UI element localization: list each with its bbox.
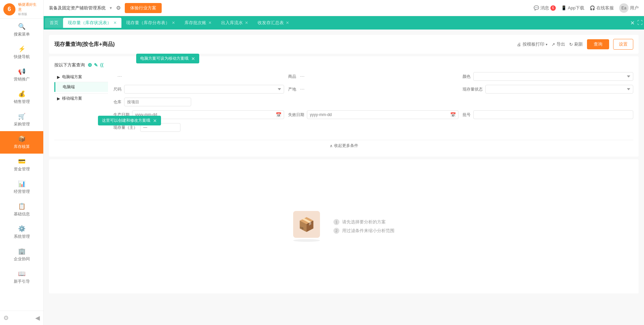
empty-image: 📦 [293, 211, 320, 242]
filter-stock-main-field: 现存量（主） [113, 123, 633, 132]
tab-expand-btn[interactable]: ⛶ [637, 20, 643, 26]
online-support-action[interactable]: 🎧 在线客服 [590, 5, 614, 11]
filter-warehouse-dots[interactable]: ··· [117, 73, 122, 79]
message-label: 消息 [540, 5, 549, 11]
tip-num-2: 2 [333, 228, 339, 234]
scheme-mobile-expand-icon: ▶ [57, 96, 60, 101]
sidebar-item-finance[interactable]: 💳 资金管理 [0, 154, 43, 176]
filter-title: 按以下方案查询 [54, 62, 85, 68]
filter-area: 按以下方案查询 ⊕ ✎ ⟨⟨ 电脑方案可设为移动方案哦 ✕ ▶ [49, 56, 639, 157]
filter-batch-input[interactable] [473, 110, 633, 119]
nav-label-guide: 新手引导 [14, 279, 30, 284]
prev-scheme-icon[interactable]: ⟨⟨ [100, 62, 103, 68]
export-btn[interactable]: ↗ 导出 [551, 41, 565, 47]
tab-recv-summary[interactable]: 收发存汇总表 ✕ [253, 18, 294, 28]
nav-label-system: 系统管理 [14, 234, 30, 239]
filter-row-2: 尺码 产地 ··· 现存量状态 [113, 85, 633, 94]
tab-close-all-btn[interactable]: ✕ [630, 20, 635, 26]
query-btn[interactable]: 查询 [587, 39, 609, 49]
tooltip2-close[interactable]: ✕ [153, 118, 157, 123]
filter-expire-date-label: 失效日期 [288, 112, 304, 118]
sidebar-item-system[interactable]: ⚙️ 系统管理 [0, 221, 43, 243]
refresh-btn[interactable]: ↻ 刷新 [569, 41, 583, 47]
scheme-mobile[interactable]: ▶ 移动端方案 [54, 93, 108, 103]
header-left: 装备及固定资产辅助管理系统 ▾ ⚙ 体验行业方案 [49, 3, 162, 13]
app-logo: 6 畅捷通好生意 标准版 [0, 0, 43, 19]
filter-stock-main-label: 现存量（主） [113, 125, 138, 130]
sidebar-item-sales[interactable]: 💰 销售管理 [0, 86, 43, 109]
tab-batch-ledger-label: 库存批次账 [184, 20, 206, 26]
expire-date-calendar-icon[interactable]: 📅 [450, 112, 456, 117]
app-download-action[interactable]: 📱 App下载 [561, 5, 584, 11]
filter-stock-status-select[interactable] [485, 85, 633, 94]
filter-size-label: 尺码 [113, 87, 121, 92]
tab-batch-ledger[interactable]: 库存批次账 ✕ [180, 18, 216, 28]
filter-actions: ⊕ ✎ ⟨⟨ [88, 62, 103, 68]
setup-btn[interactable]: 设置 [613, 39, 633, 50]
app-badge: 标准版 [18, 12, 40, 16]
filter-goods-label: 商品 [288, 74, 296, 79]
nav-icon-basic: 📋 [18, 203, 25, 210]
filter-origin-label: 产地 [288, 87, 296, 92]
sidebar-item-basic[interactable]: 📋 基础信息 [0, 199, 43, 221]
tab-close-inventory-dist[interactable]: ✕ [172, 20, 175, 25]
scheme-desktop-child[interactable]: 电脑端 [54, 82, 108, 92]
collapse-btn[interactable]: ∧ 收起更多条件 [54, 140, 633, 151]
tooltip1-close[interactable]: ✕ [191, 56, 195, 61]
filter-fields: ··· 商品 ··· 颜色 [113, 72, 633, 136]
filter-color-select[interactable] [473, 72, 633, 81]
filter-stock-status-label: 现存量状态 [463, 87, 483, 92]
produce-date-calendar-icon[interactable]: 📅 [276, 112, 281, 117]
system-dropdown-icon[interactable]: ▾ [110, 5, 112, 10]
filter-size-select[interactable] [124, 85, 284, 94]
sidebar-item-inventory[interactable]: 📦 库存核算 [0, 131, 43, 154]
sidebar-item-marketing[interactable]: 📢 营销推广 [0, 64, 43, 86]
title-actions: 🖨 按模板打印 ▾ ↗ 导出 ↻ 刷新 查询 设置 [517, 39, 633, 50]
tab-inventory-status[interactable]: 现存量（库存状况表） ✕ [63, 18, 121, 28]
industry-btn[interactable]: 体验行业方案 [125, 3, 162, 13]
filter-expire-date-input[interactable] [307, 110, 459, 119]
nav-icon-purchase: 🛒 [18, 113, 25, 120]
tab-inventory-dist-label: 现存量（库存分布表） [126, 20, 170, 26]
header-settings-icon[interactable]: ⚙ [116, 5, 121, 11]
filter-warehouse-project-input[interactable] [124, 98, 191, 106]
collapse-sidebar-icon[interactable]: ◀ [35, 314, 40, 322]
sidebar-item-operation[interactable]: 📊 经营管理 [0, 176, 43, 199]
filter-row-1: ··· 商品 ··· 颜色 [113, 72, 633, 81]
message-action[interactable]: 💬 消息 6 [534, 5, 556, 11]
scheme-desktop[interactable]: ▶ 电脑端方案 [54, 72, 108, 82]
tab-close-batch-ledger[interactable]: ✕ [208, 20, 212, 25]
collapse-up-icon: ∧ [330, 144, 333, 148]
print-icon: 🖨 [517, 42, 521, 47]
system-name: 装备及固定资产辅助管理系统 [49, 5, 106, 11]
user-action[interactable]: Ea 用户 [619, 3, 639, 13]
print-btn[interactable]: 🖨 按模板打印 ▾ [517, 41, 547, 47]
settings-bottom-icon[interactable]: ⚙ [3, 314, 9, 322]
scheme-panel-area: ▶ 电脑端方案 电脑端 ▶ 移动端方案 这里可以创建和修改方案哦 ✕ [54, 72, 633, 136]
filter-color-field: 颜色 [463, 72, 633, 81]
sidebar-item-quick-nav[interactable]: ⚡ 快捷导航 [0, 41, 43, 64]
tab-close-in-out-flow[interactable]: ✕ [245, 20, 248, 25]
tab-in-out-flow[interactable]: 出入库流水 ✕ [216, 18, 253, 28]
sidebar-item-purchase[interactable]: 🛒 采购管理 [0, 109, 43, 131]
add-scheme-icon[interactable]: ⊕ [88, 62, 92, 68]
sidebar-item-guide[interactable]: 📖 新手引导 [0, 266, 43, 288]
scheme-expand-icon: ▶ [57, 75, 60, 79]
sidebar-item-search[interactable]: 🔍 搜索菜单 [0, 19, 43, 41]
filter-origin-dots[interactable]: ··· [300, 86, 305, 92]
refresh-label: 刷新 [574, 41, 583, 47]
filter-goods-dots[interactable]: ··· [300, 73, 305, 79]
filter-warehouse-project-field: 仓库 [113, 98, 633, 106]
tab-close-recv-summary[interactable]: ✕ [286, 20, 289, 25]
headset-icon: 🎧 [590, 5, 595, 10]
filter-row-4: 生产日期 📅 失效日期 📅 [113, 110, 633, 119]
empty-box-icon: 📦 [293, 211, 320, 238]
message-icon: 💬 [534, 5, 539, 10]
filter-header: 按以下方案查询 ⊕ ✎ ⟨⟨ 电脑方案可设为移动方案哦 ✕ [54, 62, 633, 68]
tab-close-inventory-status[interactable]: ✕ [113, 20, 117, 25]
edit-scheme-icon[interactable]: ✎ [94, 62, 98, 68]
sidebar-item-enterprise[interactable]: 🏢 企业协同 [0, 243, 43, 266]
tab-home[interactable]: 首页 [45, 18, 63, 28]
tab-inventory-dist[interactable]: 现存量（库存分布表） ✕ [121, 18, 180, 28]
export-icon: ↗ [551, 42, 555, 47]
